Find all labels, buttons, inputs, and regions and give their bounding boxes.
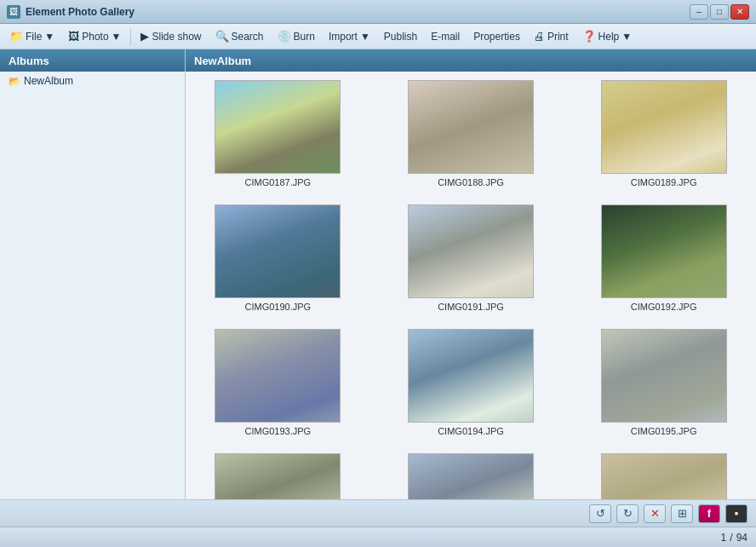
photo-label-2: CIMG0188.JPG <box>438 177 504 187</box>
title-bar: 🖼 Element Photo Gallery – □ ✕ <box>0 0 756 24</box>
menu-email-label: E-mail <box>431 31 460 43</box>
bottom-toolbar: ↺ ↻ ✕ ⊞ f ▪ <box>0 499 756 527</box>
photo-icon: 🖼 <box>68 30 79 43</box>
help-icon: ❓ <box>582 30 596 43</box>
slideshow-icon: ▶ <box>140 30 149 43</box>
photo-cell-2[interactable]: CIMG0188.JPG <box>387 80 555 187</box>
menu-import-label: Import <box>329 31 358 43</box>
menu-bar: 📁 File ▼ 🖼 Photo ▼ ▶ Slide show 🔍 Search… <box>0 24 756 49</box>
menu-search-label: Search <box>232 31 264 43</box>
print-icon: 🖨 <box>534 30 545 43</box>
photo-thumb-7 <box>215 329 341 423</box>
window-title: Element Photo Gallery <box>26 6 690 18</box>
photo-label-5: CIMG0191.JPG <box>438 302 504 312</box>
refresh-button[interactable]: ↺ <box>589 504 611 523</box>
burn-icon: 💿 <box>278 30 291 43</box>
photo-cell-10[interactable]: CIMG0196.JPG <box>194 453 362 499</box>
maximize-button[interactable]: □ <box>710 4 729 20</box>
menu-photo-label: Photo <box>82 31 108 43</box>
menu-photo[interactable]: 🖼 Photo ▼ <box>62 27 127 45</box>
photo-thumb-12 <box>601 453 727 499</box>
folder-icon: 📂 <box>9 76 20 87</box>
photo-thumb-1 <box>215 80 341 174</box>
main-area: Albums 📂 NewAlbum NewAlbum CIMG0187.JPGC… <box>0 49 756 499</box>
dark-button[interactable]: ▪ <box>725 504 747 523</box>
photo-label-8: CIMG0194.JPG <box>438 426 504 436</box>
photo-label-4: CIMG0190.JPG <box>245 302 312 312</box>
refresh2-button[interactable]: ↻ <box>616 504 639 523</box>
photo-thumb-11 <box>408 453 534 499</box>
status-page: 1 <box>721 532 727 544</box>
menu-print[interactable]: 🖨 Print <box>528 27 575 45</box>
menu-help-label: Help <box>598 31 620 43</box>
content-header: NewAlbum <box>186 49 756 72</box>
menu-help[interactable]: ❓ Help ▼ <box>576 27 639 45</box>
photo-cell-7[interactable]: CIMG0193.JPG <box>194 329 362 436</box>
photo-grid: CIMG0187.JPGCIMG0188.JPGCIMG0189.JPGCIMG… <box>194 80 747 499</box>
photo-thumb-5 <box>408 204 534 298</box>
status-right: 1 / 94 <box>721 532 747 544</box>
search-icon: 🔍 <box>215 30 229 43</box>
menu-search[interactable]: 🔍 Search <box>209 27 270 45</box>
photo-label-3: CIMG0189.JPG <box>631 177 697 187</box>
photo-cell-11[interactable]: CIMG0197.JPG <box>387 453 555 499</box>
app-icon: 🖼 <box>7 5 20 19</box>
photo-cell-6[interactable]: CIMG0192.JPG <box>580 204 747 312</box>
close-button[interactable]: ✕ <box>730 4 749 20</box>
photo-cell-8[interactable]: CIMG0194.JPG <box>387 329 555 436</box>
status-separator: / <box>730 532 732 544</box>
status-bar: 1 / 94 <box>0 527 756 547</box>
menu-properties[interactable]: Properties <box>467 28 526 45</box>
menu-slideshow[interactable]: ▶ Slide show <box>135 27 207 45</box>
photo-thumb-6 <box>601 204 727 298</box>
menu-properties-label: Properties <box>473 31 520 43</box>
photo-cell-12[interactable]: CIMG0198.JPG <box>580 453 747 499</box>
menu-slideshow-label: Slide show <box>152 31 201 43</box>
photo-cell-5[interactable]: CIMG0191.JPG <box>387 204 555 312</box>
delete-button[interactable]: ✕ <box>644 504 666 523</box>
menu-file[interactable]: 📁 File ▼ <box>3 27 60 45</box>
photo-thumb-10 <box>215 453 341 499</box>
export-button[interactable]: ⊞ <box>671 504 693 523</box>
photo-label-6: CIMG0192.JPG <box>631 302 697 312</box>
photo-thumb-2 <box>408 80 534 174</box>
photo-cell-1[interactable]: CIMG0187.JPG <box>194 80 362 187</box>
menu-burn[interactable]: 💿 Burn <box>272 27 321 45</box>
status-count: 94 <box>736 532 747 544</box>
flickr-button[interactable]: f <box>698 504 720 523</box>
photo-label-7: CIMG0193.JPG <box>245 426 312 436</box>
window-controls: – □ ✕ <box>690 4 749 20</box>
menu-print-label: Print <box>547 31 569 43</box>
sidebar: Albums 📂 NewAlbum <box>0 49 186 499</box>
photo-cell-3[interactable]: CIMG0189.JPG <box>580 80 747 187</box>
sidebar-item-newalbum[interactable]: 📂 NewAlbum <box>0 72 185 90</box>
menu-import[interactable]: Import ▼ <box>323 28 376 45</box>
photo-thumb-4 <box>215 204 341 298</box>
photo-label-1: CIMG0187.JPG <box>245 177 312 187</box>
menu-publish[interactable]: Publish <box>378 28 423 45</box>
menu-publish-label: Publish <box>384 31 417 43</box>
menu-separator-1 <box>130 28 131 45</box>
photo-thumb-3 <box>601 80 727 174</box>
minimize-button[interactable]: – <box>690 4 708 20</box>
photo-label-9: CIMG0195.JPG <box>631 426 697 436</box>
menu-email[interactable]: E-mail <box>425 28 466 45</box>
photo-grid-container[interactable]: CIMG0187.JPGCIMG0188.JPGCIMG0189.JPGCIMG… <box>186 72 756 499</box>
sidebar-item-label: NewAlbum <box>24 75 73 87</box>
photo-thumb-9 <box>601 329 727 423</box>
file-icon: 📁 <box>9 30 23 43</box>
photo-cell-4[interactable]: CIMG0190.JPG <box>194 204 362 312</box>
menu-burn-label: Burn <box>294 31 315 43</box>
content-area: NewAlbum CIMG0187.JPGCIMG0188.JPGCIMG018… <box>186 49 756 499</box>
photo-thumb-8 <box>408 329 534 423</box>
menu-file-label: File <box>26 31 42 43</box>
photo-cell-9[interactable]: CIMG0195.JPG <box>580 329 747 436</box>
sidebar-header: Albums <box>0 49 185 72</box>
